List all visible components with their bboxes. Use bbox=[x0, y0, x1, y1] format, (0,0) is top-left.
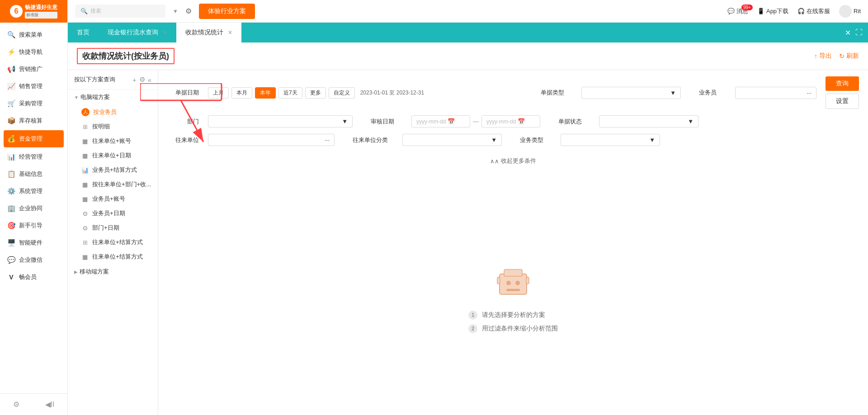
sales-icon: 📈 bbox=[7, 82, 15, 90]
date-tab-this-month[interactable]: 本月 bbox=[231, 87, 252, 99]
tab-bank-flow[interactable]: 现金银行流水查询 ✕ bbox=[99, 23, 176, 42]
scheme-item-dept-date[interactable]: ⊙ 部门+日期 bbox=[68, 221, 158, 235]
sidebar-item-basic-info[interactable]: 📋 基础信息 bbox=[0, 165, 67, 183]
scheme-header-title: 按以下方案查询 bbox=[74, 75, 130, 84]
scheme-item-by-salesperson[interactable]: 人 按业务员 bbox=[68, 105, 158, 119]
tab-home[interactable]: 首页 bbox=[68, 23, 99, 42]
user-avatar[interactable]: Rit bbox=[839, 5, 861, 18]
dept-arrow: ▼ bbox=[342, 118, 348, 125]
tab-collection-stats[interactable]: 收款情况统计 ✕ bbox=[176, 23, 241, 42]
purchase-icon: 🛒 bbox=[7, 99, 15, 108]
tab-bank-flow-close[interactable]: ✕ bbox=[163, 29, 167, 36]
tabbar-right: ✕ ⛶ bbox=[845, 28, 868, 37]
scheme-item-salesperson-date[interactable]: ⊙ 业务员+日期 bbox=[68, 206, 158, 221]
footer-settings-button[interactable]: ⚙ bbox=[9, 398, 23, 410]
date-tab-last-month[interactable]: 上月 bbox=[208, 87, 229, 99]
finance-icon: 💰 bbox=[7, 135, 15, 143]
scheme-item-partner-settlement1[interactable]: ⊞ 往来单位+结算方式 bbox=[68, 235, 158, 250]
doc-status-select[interactable]: ▼ bbox=[599, 115, 698, 127]
app-download-button[interactable]: 📱 App下载 bbox=[757, 7, 788, 15]
counterparty-more-icon[interactable]: ··· bbox=[325, 137, 330, 143]
scheme-item-salesperson-account[interactable]: ▦ 业务员+账号 bbox=[68, 192, 158, 206]
sidebar-item-search-menu[interactable]: 🔍 搜索菜单 bbox=[0, 26, 67, 43]
page-header: 收款情况统计(按业务员) ↑ 导出 ↻ 刷新 bbox=[68, 42, 868, 70]
smart-hw-icon: 🖥️ bbox=[7, 239, 15, 247]
tabbar-expand-icon[interactable]: ⛶ bbox=[855, 28, 863, 37]
download-icon: 📱 bbox=[757, 8, 764, 14]
date-tab-custom[interactable]: 自定义 bbox=[329, 87, 355, 99]
topbar-dropdown-arrow[interactable]: ▼ bbox=[173, 8, 178, 14]
settings-button[interactable]: 设置 bbox=[826, 94, 859, 109]
tab-collection-stats-close[interactable]: ✕ bbox=[228, 29, 232, 36]
sidebar-item-member[interactable]: V 畅会员 bbox=[0, 269, 67, 286]
sidebar-item-finance[interactable]: 💰 资金管理 bbox=[4, 130, 64, 147]
main-content: 🔍 搜索 ▼ ⚙ 体验行业方案 💬 消息 99+ 📱 App下载 🎧 在线客服 … bbox=[68, 0, 868, 415]
scheme-item-partner-dept-collection[interactable]: ▦ 按往来单位+部门+收... bbox=[68, 177, 158, 192]
search-icon: 🔍 bbox=[80, 8, 88, 14]
dept-select[interactable]: ▼ bbox=[208, 115, 353, 127]
svg-point-3 bbox=[515, 281, 520, 285]
empty-text-list: 1 请先选择要分析的方案 2 用过滤条件来缩小分析范围 bbox=[468, 311, 558, 333]
sidebar-item-wechat[interactable]: 💬 企业微信 bbox=[0, 251, 67, 269]
sidebar-item-system[interactable]: ⚙️ 系统管理 bbox=[0, 183, 67, 200]
main-body: 按以下方案查询 + ⚙ « ▼ 电脑端方案 人 按业务员 bbox=[68, 70, 868, 415]
scheme-header-icons: + ⚙ « bbox=[132, 75, 151, 84]
svg-rect-6 bbox=[526, 277, 529, 284]
date-tab-7days[interactable]: 近7天 bbox=[278, 87, 302, 99]
search-menu-icon: 🔍 bbox=[7, 31, 15, 39]
scheme-item-by-detail[interactable]: ⊞ 按明细 bbox=[68, 119, 158, 134]
scheme-panel: 按以下方案查询 + ⚙ « ▼ 电脑端方案 人 按业务员 bbox=[68, 70, 158, 415]
biz-type-select[interactable]: ▼ bbox=[561, 134, 660, 146]
collapse-conditions-button[interactable]: ∧∧ 收起更多条件 bbox=[167, 152, 859, 170]
right-content: 单据日期 上月 本月 本年 近7天 更多 自定义 2023-01-01 至 20… bbox=[158, 70, 868, 415]
sidebar-item-quick-nav[interactable]: ⚡ 快捷导航 bbox=[0, 43, 67, 61]
counterparty-label: 往来单位 bbox=[167, 136, 199, 144]
sidebar-item-enterprise[interactable]: 🏢 企业协同 bbox=[0, 200, 67, 217]
sidebar-item-sales[interactable]: 📈 销售管理 bbox=[0, 78, 67, 95]
export-button[interactable]: ↑ 导出 bbox=[814, 52, 832, 60]
audit-date-from[interactable]: yyyy-mm-dd 📅 bbox=[411, 115, 470, 127]
scheme-item-partner-settlement2[interactable]: ▦ 往来单位+结算方式 bbox=[68, 250, 158, 264]
date-tab-this-year[interactable]: 本年 bbox=[255, 87, 276, 99]
counterparty-category-select[interactable]: ▼ bbox=[402, 134, 502, 146]
sidebar-item-marketing[interactable]: 📢 营销推广 bbox=[0, 61, 67, 78]
sidebar-footer: ⚙ ◀II bbox=[0, 393, 67, 415]
sidebar-item-purchase[interactable]: 🛒 采购管理 bbox=[0, 95, 67, 112]
salesperson-label: 业务员 bbox=[699, 89, 726, 97]
scheme-item-salesperson-settlement[interactable]: 📊 业务员+结算方式 bbox=[68, 163, 158, 177]
salesperson-select[interactable]: ··· bbox=[735, 87, 816, 99]
audit-date-to[interactable]: yyyy-mm-dd 📅 bbox=[481, 115, 540, 127]
message-icon: 💬 bbox=[727, 8, 735, 14]
salesperson-more-icon[interactable]: ··· bbox=[807, 90, 811, 96]
scheme-group-mobile-header[interactable]: ▶ 移动端方案 bbox=[68, 264, 158, 279]
online-service-button[interactable]: 🎧 在线客服 bbox=[797, 7, 830, 15]
tabbar: 首页 现金银行流水查询 ✕ 收款情况统计 ✕ ✕ ⛶ bbox=[68, 23, 868, 42]
scheme-group-pc-header[interactable]: ▼ 电脑端方案 bbox=[68, 90, 158, 105]
topbar-search[interactable]: 🔍 搜索 bbox=[75, 5, 165, 18]
sidebar-item-guide[interactable]: 🎯 新手引导 bbox=[0, 217, 67, 234]
trial-button[interactable]: 体验行业方案 bbox=[199, 4, 255, 19]
counterparty-select[interactable]: ··· bbox=[208, 134, 335, 146]
scheme-add-icon[interactable]: + bbox=[132, 76, 137, 84]
query-button[interactable]: 查询 bbox=[826, 76, 859, 91]
scheme-collapse-icon[interactable]: « bbox=[148, 76, 151, 84]
date-tab-more[interactable]: 更多 bbox=[305, 87, 326, 99]
partner-date-icon: ▦ bbox=[81, 152, 89, 159]
page-header-right: ↑ 导出 ↻ 刷新 bbox=[814, 52, 859, 60]
refresh-button[interactable]: ↻ 刷新 bbox=[839, 52, 859, 60]
doc-type-select[interactable]: ▼ bbox=[581, 87, 681, 99]
sidebar-item-inventory[interactable]: 📦 库存核算 bbox=[0, 112, 67, 129]
empty-instruction-2: 2 用过滤条件来缩小分析范围 bbox=[468, 324, 558, 333]
footer-collapse-button[interactable]: ◀II bbox=[42, 398, 58, 410]
doc-type-arrow: ▼ bbox=[670, 90, 676, 96]
scheme-item-partner-date[interactable]: ▦ 往来单位+日期 bbox=[68, 148, 158, 163]
export-icon: ↑ bbox=[814, 52, 817, 60]
tabbar-close-icon[interactable]: ✕ bbox=[845, 28, 851, 37]
messages-button[interactable]: 💬 消息 99+ bbox=[727, 7, 748, 15]
scheme-settings-icon[interactable]: ⚙ bbox=[139, 75, 145, 84]
sidebar-item-operations[interactable]: 📊 经营管理 bbox=[0, 148, 67, 165]
scheme-item-partner-account[interactable]: ▦ 往来单位+账号 bbox=[68, 134, 158, 148]
collapse-icon: ∧∧ bbox=[490, 158, 499, 165]
sidebar-item-smart-hw[interactable]: 🖥️ 智能硬件 bbox=[0, 234, 67, 251]
topbar-gear-icon[interactable]: ⚙ bbox=[185, 7, 192, 15]
